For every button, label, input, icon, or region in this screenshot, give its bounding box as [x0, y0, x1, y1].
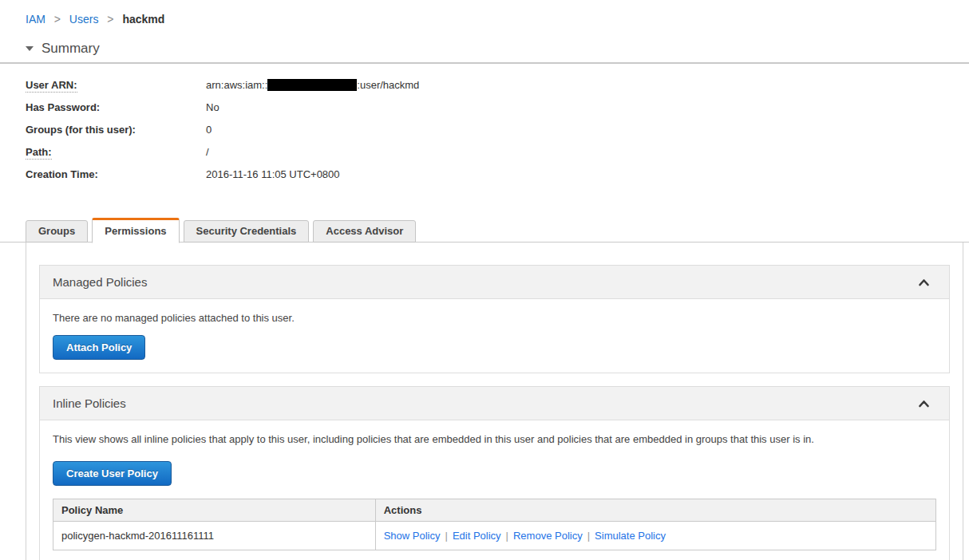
- collapse-chevron-icon[interactable]: [912, 277, 936, 288]
- edit-policy-link[interactable]: Edit Policy: [453, 530, 501, 542]
- tab-access-advisor[interactable]: Access Advisor: [313, 220, 416, 243]
- action-separator: |: [445, 530, 448, 542]
- table-row: policygen-hackmd-201611161111 Show Polic…: [53, 522, 936, 550]
- permissions-tab-content: Managed Policies There are no managed po…: [26, 243, 963, 560]
- breadcrumb-separator: >: [107, 13, 113, 26]
- user-arn-label: User ARN:: [26, 79, 77, 93]
- tab-security-credentials[interactable]: Security Credentials: [184, 220, 310, 243]
- breadcrumb-link-iam[interactable]: IAM: [26, 13, 45, 26]
- remove-policy-link[interactable]: Remove Policy: [513, 530, 583, 542]
- groups-count-label: Groups (for this user):: [26, 124, 206, 136]
- attach-policy-button[interactable]: Attach Policy: [53, 335, 145, 360]
- simulate-policy-link[interactable]: Simulate Policy: [595, 530, 666, 542]
- create-user-policy-button[interactable]: Create User Policy: [53, 461, 172, 486]
- user-arn-value: arn:aws:iam:::user/hackmd: [206, 79, 419, 91]
- breadcrumb-separator: >: [54, 13, 61, 26]
- summary-row-user-arn: User ARN: arn:aws:iam:::user/hackmd: [26, 73, 969, 96]
- inline-policies-title: Inline Policies: [53, 396, 126, 410]
- inline-policies-description: This view shows all inline policies that…: [53, 433, 936, 445]
- policy-name-cell: policygen-hackmd-201611161111: [53, 522, 376, 550]
- page: IAM > Users > hackmd Summary User ARN: a…: [0, 0, 969, 560]
- groups-count-value: 0: [206, 124, 212, 136]
- collapse-caret-icon: [26, 46, 34, 51]
- table-header-row: Policy Name Actions: [53, 499, 936, 522]
- managed-policies-header[interactable]: Managed Policies: [40, 266, 949, 299]
- account-id-redaction-box: [267, 79, 357, 91]
- managed-policies-title: Managed Policies: [53, 275, 147, 289]
- has-password-label: Has Password:: [26, 101, 206, 113]
- user-arn-suffix: :user/hackmd: [357, 79, 419, 91]
- inline-policies-header[interactable]: Inline Policies: [40, 387, 949, 420]
- tab-bar: Groups Permissions Security Credentials …: [0, 219, 969, 243]
- action-separator: |: [506, 530, 508, 542]
- summary-row-creation-time: Creation Time: 2016-11-16 11:05 UTC+0800: [26, 163, 969, 185]
- collapse-chevron-icon[interactable]: [912, 398, 936, 409]
- breadcrumb-current-user: hackmd: [122, 13, 164, 26]
- summary-divider: [0, 62, 969, 64]
- inline-policies-table: Policy Name Actions policygen-hackmd-201…: [53, 499, 936, 550]
- path-value: /: [206, 146, 209, 158]
- summary-toggle[interactable]: Summary: [26, 41, 969, 57]
- inline-policies-panel: Inline Policies This view shows all inli…: [39, 386, 950, 560]
- summary-row-has-password: Has Password: No: [26, 96, 969, 118]
- path-label: Path:: [26, 146, 52, 160]
- actions-column-header: Actions: [375, 499, 935, 522]
- action-separator: |: [587, 530, 590, 542]
- tab-permissions[interactable]: Permissions: [92, 218, 179, 243]
- summary-title: Summary: [42, 41, 100, 57]
- breadcrumb: IAM > Users > hackmd: [0, 0, 969, 26]
- summary-row-groups: Groups (for this user): 0: [26, 118, 969, 140]
- user-arn-prefix: arn:aws:iam::: [206, 79, 267, 91]
- managed-policies-panel: Managed Policies There are no managed po…: [39, 265, 950, 373]
- policy-name-column-header: Policy Name: [53, 499, 376, 522]
- actions-cell: Show Policy|Edit Policy|Remove Policy|Si…: [375, 522, 935, 550]
- show-policy-link[interactable]: Show Policy: [384, 530, 441, 542]
- summary-row-path: Path: /: [26, 140, 969, 163]
- creation-time-label: Creation Time:: [26, 168, 206, 180]
- managed-policies-empty-text: There are no managed policies attached t…: [53, 312, 936, 324]
- managed-policies-body: There are no managed policies attached t…: [40, 299, 949, 373]
- tab-groups[interactable]: Groups: [26, 220, 88, 243]
- has-password-value: No: [206, 101, 220, 113]
- inline-policies-body: This view shows all inline policies that…: [40, 420, 949, 560]
- summary-fields: User ARN: arn:aws:iam:::user/hackmd Has …: [26, 73, 969, 185]
- creation-time-value: 2016-11-16 11:05 UTC+0800: [206, 168, 340, 180]
- breadcrumb-link-users[interactable]: Users: [69, 13, 99, 26]
